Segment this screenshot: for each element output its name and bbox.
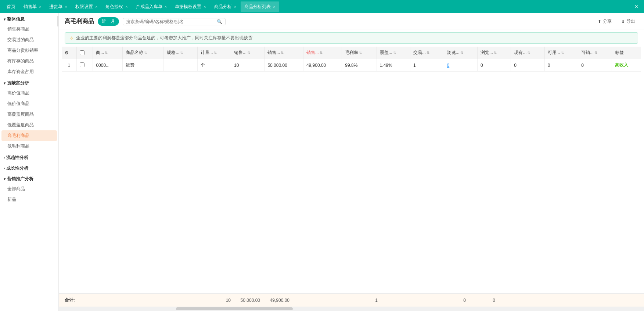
top-nav: 首页 销售单 × 进货单 × 权限设置 × 角色授权 × 产成品入库单 × 单据… xyxy=(0,0,644,13)
cell-gross-margin: 99.8% xyxy=(342,59,377,72)
search-input[interactable] xyxy=(126,19,215,24)
row-checkbox[interactable] xyxy=(80,62,84,67)
sidebar-item-low-value[interactable]: 低价值商品 xyxy=(0,98,58,109)
footer-current-stock: 0 xyxy=(439,298,469,303)
col-gross-margin[interactable]: 毛利率⇅ xyxy=(342,47,377,59)
sort-icon-cost: ⇅ xyxy=(320,51,323,55)
sidebar-toggle[interactable]: « xyxy=(57,16,59,26)
nav-close-role[interactable]: × xyxy=(125,4,127,9)
cell-checkbox[interactable] xyxy=(76,59,93,72)
sort-icon: ⇅ xyxy=(105,51,108,55)
col-tag[interactable]: 标签 xyxy=(612,47,641,59)
cell-browse2: 0 xyxy=(477,59,511,72)
sidebar-group-growth[interactable]: › 成长性分析 xyxy=(0,162,58,173)
sidebar-item-inventory-capital[interactable]: 库存资金占用 xyxy=(0,66,58,77)
sidebar-item-low-coverage[interactable]: 低覆盖度商品 xyxy=(0,120,58,130)
col-transaction[interactable]: 交易...⇅ xyxy=(410,47,444,59)
sidebar-group-overview[interactable]: ▾ 整体信息 xyxy=(0,13,58,24)
nav-close-sales[interactable]: × xyxy=(39,4,41,9)
nav-analysis-list[interactable]: 商品分析列表 × xyxy=(241,1,279,12)
cell-unit: 个 xyxy=(197,59,231,72)
col-spec[interactable]: 规格...⇅ xyxy=(164,47,197,59)
arrow-icon-3: › xyxy=(4,156,5,160)
nav-template-settings[interactable]: 单据模板设置 × xyxy=(171,1,209,12)
col-saleable-stock[interactable]: 可销...⇅ xyxy=(578,47,612,59)
sort-icon-transaction: ⇅ xyxy=(427,51,429,55)
sidebar-group-contribution[interactable]: ▾ 贡献富分析 xyxy=(0,77,58,88)
col-name[interactable]: 商品名称⇅ xyxy=(122,47,163,59)
footer-sales-amount: 50,000.00 xyxy=(234,298,263,303)
sort-icon-qty: ⇅ xyxy=(247,51,250,55)
cell-browse1[interactable]: 0 xyxy=(444,59,477,72)
table-container[interactable]: ⚙ 商...⇅ 商品名称⇅ 规格...⇅ 计量...⇅ 销售...⇅ 销售...… xyxy=(59,47,644,293)
horizontal-scrollbar[interactable] xyxy=(59,307,644,311)
col-checkbox[interactable] xyxy=(76,47,93,59)
col-sales-cost[interactable]: 销售...⇅ xyxy=(303,47,342,59)
table-row: 1 0000... 运费 个 10 50,000.00 49,900.00 99… xyxy=(62,59,641,72)
export-button[interactable]: ⬇ 导出 xyxy=(618,17,638,26)
sidebar: « ▾ 整体信息 销售类商品 交易过的商品 商品分贡献销率 有库存的商品 库存资… xyxy=(0,13,59,311)
cell-saleable-stock: 0 xyxy=(578,59,612,72)
nav-close-analysis-list[interactable]: × xyxy=(273,4,275,9)
nav-close-template[interactable]: × xyxy=(204,4,206,9)
sidebar-item-all-goods[interactable]: 全部商品 xyxy=(0,184,58,194)
nav-permission[interactable]: 权限设置 × xyxy=(72,1,101,12)
col-available-stock[interactable]: 可用...⇅ xyxy=(544,47,578,59)
sidebar-item-high-value[interactable]: 高价值商品 xyxy=(0,88,58,98)
nav-finished-goods[interactable]: 产成品入库单 × xyxy=(132,1,170,12)
scrollbar-thumb[interactable] xyxy=(176,307,293,310)
col-browse1[interactable]: 浏览...⇅ xyxy=(444,47,477,59)
col-current-stock[interactable]: 现有...⇅ xyxy=(511,47,544,59)
col-settings[interactable]: ⚙ xyxy=(62,47,76,59)
cell-name: 运费 xyxy=(122,59,163,72)
select-all-checkbox[interactable] xyxy=(80,50,84,55)
sidebar-item-new-goods[interactable]: 新品 xyxy=(0,194,58,205)
search-icon[interactable]: 🔍 xyxy=(217,19,222,24)
nav-close-permission[interactable]: × xyxy=(95,4,97,9)
nav-home[interactable]: 首页 xyxy=(3,1,19,12)
content-header: 高毛利商品 近一月 🔍 ⬆ 分享 ⬇ 导出 xyxy=(59,13,644,29)
search-box: 🔍 xyxy=(123,18,226,25)
col-unit[interactable]: 计量...⇅ xyxy=(197,47,231,59)
info-icon: ✧ xyxy=(69,35,74,41)
nav-product-analysis[interactable]: 商品分析 × xyxy=(211,1,240,12)
footer-label: 合计: xyxy=(65,297,87,303)
col-coverage[interactable]: 覆盖...⇅ xyxy=(377,47,410,59)
footer-available-stock: 0 xyxy=(469,298,498,303)
sort-icon-margin: ⇅ xyxy=(359,51,362,55)
sort-icon-browse2: ⇅ xyxy=(494,51,497,55)
cell-current-stock: 0 xyxy=(511,59,544,72)
sidebar-item-sales-goods[interactable]: 销售类商品 xyxy=(0,24,58,35)
cell-available-stock: 0 xyxy=(544,59,578,72)
data-table: ⚙ 商...⇅ 商品名称⇅ 规格...⇅ 计量...⇅ 销售...⇅ 销售...… xyxy=(62,47,641,72)
sidebar-item-traded-goods[interactable]: 交易过的商品 xyxy=(0,35,58,45)
footer-sales-cost: 49,900.00 xyxy=(263,298,292,303)
arrow-icon-2: ▾ xyxy=(4,81,6,85)
share-button[interactable]: ⬆ 分享 xyxy=(595,17,615,26)
sidebar-item-high-coverage[interactable]: 高覆盖度商品 xyxy=(0,109,58,120)
nav-sales-order[interactable]: 销售单 × xyxy=(20,1,45,12)
col-sales-qty[interactable]: 销售...⇅ xyxy=(231,47,265,59)
cell-transaction: 1 xyxy=(410,59,444,72)
sidebar-group-marketing[interactable]: ▾ 营销推广分析 xyxy=(0,173,58,184)
filter-recent-month[interactable]: 近一月 xyxy=(98,17,119,26)
sidebar-item-contribution-rate[interactable]: 商品分贡献销率 xyxy=(0,45,58,56)
arrow-icon-5: ▾ xyxy=(4,177,6,181)
nav-role[interactable]: 角色授权 × xyxy=(102,1,131,12)
sidebar-group-trend[interactable]: › 流趋性分析 xyxy=(0,152,58,162)
content-area: 高毛利商品 近一月 🔍 ⬆ 分享 ⬇ 导出 ✧ 企业的主要的利润都是这部分商品创… xyxy=(59,13,644,311)
col-sales-amount[interactable]: 销售...⇅ xyxy=(265,47,303,59)
nav-purchase-order[interactable]: 进货单 × xyxy=(46,1,71,12)
col-browse2[interactable]: 浏览...⇅ xyxy=(477,47,511,59)
nav-close-purchase[interactable]: × xyxy=(65,4,67,9)
sidebar-item-high-margin[interactable]: 高毛利商品 xyxy=(1,130,57,141)
sidebar-item-in-stock-goods[interactable]: 有库存的商品 xyxy=(0,56,58,66)
nav-close-all[interactable]: × xyxy=(632,3,641,10)
main-layout: « ▾ 整体信息 销售类商品 交易过的商品 商品分贡献销率 有库存的商品 库存资… xyxy=(0,13,644,311)
footer-spacer2 xyxy=(292,298,322,303)
col-code[interactable]: 商...⇅ xyxy=(93,47,122,59)
nav-close-product-analysis[interactable]: × xyxy=(234,4,236,9)
nav-close-finished[interactable]: × xyxy=(165,4,167,9)
info-bar: ✧ 企业的主要的利润都是这部分商品创建的，可考虑加大推广，同时关注库存量不要出现… xyxy=(65,32,638,44)
sidebar-item-low-margin[interactable]: 低毛利商品 xyxy=(0,141,58,152)
